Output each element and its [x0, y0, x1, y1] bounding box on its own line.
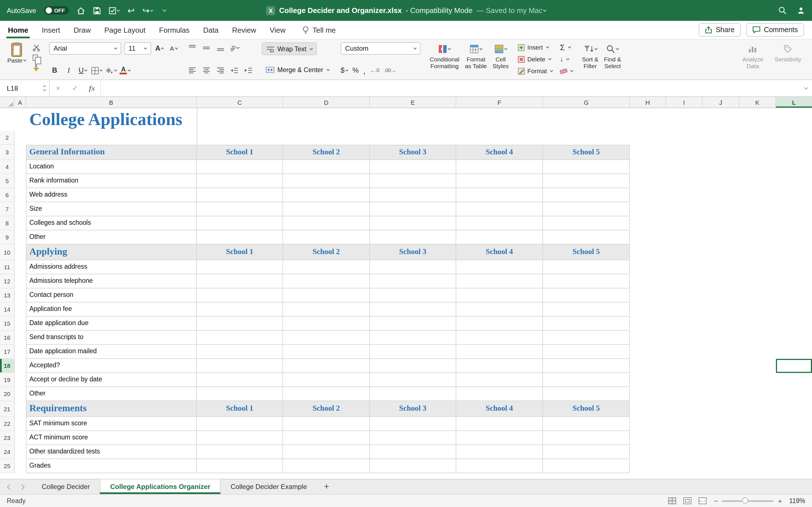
row-header-11[interactable]: 11 [0, 260, 15, 274]
data-cell-C15[interactable] [197, 317, 283, 331]
tab-home[interactable]: Home [8, 21, 28, 39]
row-label-send-transcripts-to[interactable]: Send transcripts to [26, 331, 197, 345]
data-cell-D14[interactable] [283, 302, 370, 317]
select-all-button[interactable] [0, 97, 15, 108]
tab-review[interactable]: Review [232, 21, 256, 39]
cancel-icon[interactable]: × [50, 84, 66, 93]
column-header-I[interactable]: I [666, 97, 703, 108]
name-box[interactable]: L18 [0, 80, 50, 96]
data-cell-F11[interactable] [456, 260, 543, 274]
data-cell-D24[interactable] [283, 445, 370, 459]
school-header-school-3-r3[interactable]: School 3 [370, 145, 456, 160]
undo-icon[interactable]: ↩ [128, 5, 135, 15]
data-cell-F17[interactable] [456, 345, 543, 359]
delete-cells-button[interactable]: Delete [518, 54, 553, 64]
comma-style-button[interactable]: , [363, 65, 365, 76]
data-cell-E16[interactable] [370, 331, 456, 345]
font-size-select[interactable]: 11 [124, 42, 151, 55]
data-cell-F5[interactable] [456, 174, 543, 188]
data-cell-D13[interactable] [283, 288, 370, 302]
data-cell-F4[interactable] [456, 160, 543, 174]
data-cell-G9[interactable] [543, 230, 630, 244]
font-name-select[interactable]: Arial [49, 42, 121, 55]
page-layout-view-button[interactable] [683, 497, 691, 504]
data-cell-D6[interactable] [283, 188, 370, 202]
data-cell-D18[interactable] [283, 359, 370, 373]
format-cells-button[interactable]: Format [518, 66, 553, 76]
formula-bar-expand-icon[interactable] [797, 86, 812, 90]
align-center-button[interactable] [201, 65, 212, 76]
row-header-7[interactable]: 7 [0, 202, 15, 216]
font-color-button[interactable]: A [119, 65, 131, 76]
data-cell-D16[interactable] [283, 331, 370, 345]
school-header-school-1-r10[interactable]: School 1 [197, 244, 283, 260]
row-header-17[interactable]: 17 [0, 345, 15, 359]
sensitivity-button[interactable]: Sensitivity [773, 42, 803, 76]
data-cell-D4[interactable] [283, 160, 370, 174]
data-cell-D20[interactable] [283, 387, 370, 401]
row-header-23[interactable]: 23 [0, 431, 15, 445]
redo-icon[interactable]: ↪ [142, 5, 153, 15]
tab-data[interactable]: Data [203, 21, 218, 39]
school-header-school-5-r10[interactable]: School 5 [543, 244, 630, 260]
row-label-contact-person[interactable]: Contact person [26, 288, 197, 302]
data-cell-G16[interactable] [543, 331, 630, 345]
insert-cells-button[interactable]: Insert [518, 42, 553, 52]
sheet-tab-college-decider-example[interactable]: College Decider Example [220, 480, 317, 494]
data-cell-E6[interactable] [370, 188, 456, 202]
selected-cell-L18[interactable] [776, 359, 812, 373]
data-cell-E9[interactable] [370, 230, 456, 244]
data-cell-G19[interactable] [543, 373, 630, 387]
school-header-school-3-r21[interactable]: School 3 [370, 401, 456, 417]
data-cell-G17[interactable] [543, 345, 630, 359]
orientation-button[interactable]: ab [229, 42, 240, 54]
zoom-slider-thumb[interactable] [742, 497, 749, 504]
row-header-15[interactable]: 15 [0, 317, 15, 331]
column-header-J[interactable]: J [703, 97, 739, 108]
data-cell-F20[interactable] [456, 387, 543, 401]
data-cell-G14[interactable] [543, 302, 630, 317]
column-header-B[interactable]: B [26, 97, 197, 108]
row-label-size[interactable]: Size [26, 202, 197, 216]
column-header-H[interactable]: H [630, 97, 666, 108]
school-header-school-1-r21[interactable]: School 1 [197, 401, 283, 417]
data-cell-E5[interactable] [370, 174, 456, 188]
row-label-web-address[interactable]: Web address [26, 188, 197, 202]
formula-input[interactable] [100, 80, 797, 96]
page-break-view-button[interactable] [699, 497, 707, 504]
data-cell-C4[interactable] [197, 160, 283, 174]
data-cell-D5[interactable] [283, 174, 370, 188]
tab-insert[interactable]: Insert [42, 21, 60, 39]
row-header-2[interactable]: 2 [0, 131, 15, 145]
column-header-E[interactable]: E [370, 97, 456, 108]
section-header-general-information[interactable]: General Information [26, 145, 197, 160]
tab-page-layout[interactable]: Page Layout [104, 21, 146, 39]
save-options-icon[interactable] [109, 6, 119, 14]
data-cell-C19[interactable] [197, 373, 283, 387]
row-label-grades[interactable]: Grades [26, 459, 197, 473]
sheet-nav-next-icon[interactable] [19, 484, 24, 490]
data-cell-C20[interactable] [197, 387, 283, 401]
align-bottom-button[interactable] [215, 42, 226, 54]
borders-button[interactable] [91, 65, 103, 76]
column-header-A[interactable]: A [15, 97, 26, 108]
decrease-decimal-button[interactable]: .00→ [384, 68, 396, 73]
saved-status[interactable]: — Saved to my Mac [476, 6, 546, 15]
row-header-13[interactable]: 13 [0, 288, 15, 302]
school-header-school-4-r3[interactable]: School 4 [456, 145, 543, 160]
row-header-5[interactable]: 5 [0, 174, 15, 188]
data-cell-C9[interactable] [197, 230, 283, 244]
data-cell-D15[interactable] [283, 317, 370, 331]
row-label-admissions-address[interactable]: Admissions address [26, 260, 197, 274]
merge-center-button[interactable]: Merge & Center [262, 63, 333, 76]
column-header-L[interactable]: L [776, 97, 812, 108]
row-label-accepted-[interactable]: Accepted? [26, 359, 197, 373]
paste-button[interactable]: Paste [6, 42, 28, 64]
data-cell-C7[interactable] [197, 202, 283, 216]
data-cell-G12[interactable] [543, 274, 630, 288]
data-cell-F7[interactable] [456, 202, 543, 216]
underline-button[interactable]: U [77, 65, 89, 76]
data-cell-G4[interactable] [543, 160, 630, 174]
sheet-nav-prev-icon[interactable] [7, 484, 13, 490]
tab-formulas[interactable]: Formulas [159, 21, 190, 39]
